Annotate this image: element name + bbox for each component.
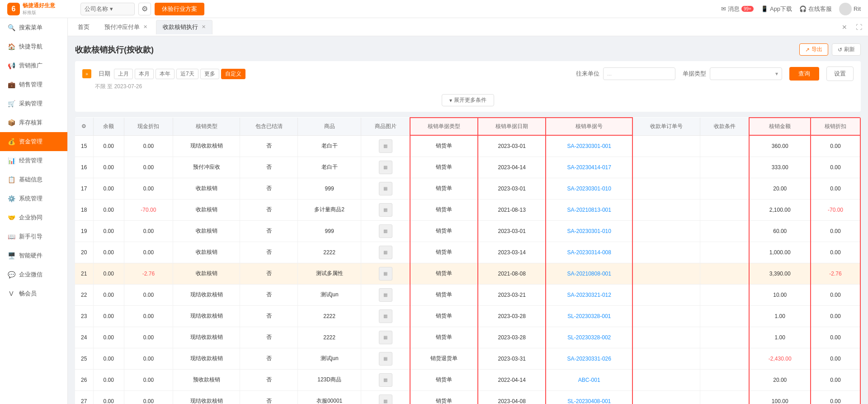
query-button[interactable]: 查询 <box>789 67 819 81</box>
writeoff-no-link[interactable]: SA-20230301-010 <box>567 228 611 234</box>
app-download-button[interactable]: 📱 App下载 <box>761 5 792 13</box>
sidebar-item-wechat[interactable]: 💬 企业微信 <box>0 265 67 284</box>
tab-close-all-button[interactable]: ✕ <box>839 22 850 33</box>
writeoff-no-link[interactable]: SL-20230328-002 <box>567 334 611 341</box>
cell-writeoff-no[interactable]: ABC-001 <box>546 369 632 390</box>
cell-receipt-order <box>632 263 700 284</box>
sidebar-item-member[interactable]: V 畅会员 <box>0 284 67 303</box>
writeoff-no-link[interactable]: SA-20230314-008 <box>567 249 611 256</box>
cell-writeoff-discount: 0.00 <box>811 305 860 327</box>
cell-writeoff-no[interactable]: SL-20230328-002 <box>546 327 632 348</box>
expand-more-button[interactable]: ▾ 展开更多条件 <box>442 94 494 106</box>
cell-cash-discount: 0.00 <box>124 390 173 404</box>
industry-button[interactable]: 休验行业方案 <box>155 3 204 15</box>
col-gear[interactable]: ⚙ <box>75 118 93 135</box>
cell-balance: 0.00 <box>93 157 124 178</box>
sidebar-item-marketing[interactable]: 📢 营销推广 <box>0 56 67 75</box>
home-icon: 🏠 <box>7 43 15 51</box>
date-btn-7days[interactable]: 近7天 <box>176 69 198 79</box>
cell-writeoff-no[interactable]: SA-20230414-017 <box>546 157 632 178</box>
sidebar-item-quick-nav[interactable]: 🏠 快捷导航 <box>0 37 67 56</box>
page-content: 收款核销执行(按收款) ↗ 导出 ↺ 刷新 » <box>68 36 868 404</box>
writeoff-no-link[interactable]: SL-20230328-001 <box>567 313 611 319</box>
sidebar-label-basic: 基础信息 <box>19 176 42 184</box>
table-row: 24 0.00 0.00 现结收款核销 否 2222 ▦ 销货单 2023-03… <box>75 327 860 348</box>
cell-type: 现结收款核销 <box>173 348 240 369</box>
tab-collection[interactable]: 收款核销执行 ✕ <box>156 20 212 34</box>
collapse-arrow-icon[interactable]: » <box>82 69 91 78</box>
date-btn-this-month[interactable]: 本月 <box>135 69 154 79</box>
date-btn-this-year[interactable]: 本年 <box>156 69 175 79</box>
tab-home[interactable]: 首页 <box>71 20 96 34</box>
writeoff-no-link[interactable]: SA-20230414-017 <box>567 164 611 171</box>
cell-goods: 测试多属性 <box>298 263 361 284</box>
col-receipt-cond: 收款条件 <box>700 118 749 135</box>
sidebar-item-inventory[interactable]: 📦 库存核算 <box>0 113 67 132</box>
col-goods: 商品 <box>298 118 361 135</box>
cell-writeoff-no[interactable]: SL-20230328-001 <box>546 305 632 327</box>
settings-button[interactable]: ⚙ <box>138 3 151 15</box>
refresh-button[interactable]: ↺ 刷新 <box>832 43 861 56</box>
writeoff-no-link[interactable]: SA-20210808-001 <box>567 271 611 277</box>
sidebar-item-system[interactable]: ⚙️ 系统管理 <box>0 189 67 208</box>
table-row: 22 0.00 0.00 现结收款核销 否 测试jun ▦ 销货单 2023-0… <box>75 284 860 305</box>
goods-image: ▦ <box>379 203 392 217</box>
writeoff-no-link[interactable]: SA-20230321-012 <box>567 292 611 298</box>
cell-receipt-order <box>632 327 700 348</box>
company-select[interactable]: 公司名称 ▾ <box>80 3 135 15</box>
cell-writeoff-no[interactable]: SA-20230321-012 <box>546 284 632 305</box>
cell-writeoff-date: 2021-08-08 <box>478 263 546 284</box>
doc-type-select[interactable]: ▾ <box>710 67 782 80</box>
sidebar-item-sales[interactable]: 💼 销售管理 <box>0 75 67 94</box>
sidebar-item-purchase[interactable]: 🛒 采购管理 <box>0 94 67 113</box>
cell-cash-discount: 0.00 <box>124 178 173 199</box>
party-input[interactable]: ... <box>603 67 675 80</box>
date-btn-custom[interactable]: 自定义 <box>221 69 245 79</box>
export-button[interactable]: ↗ 导出 <box>799 43 828 56</box>
cell-writeoff-no[interactable]: SA-20230314-008 <box>546 242 632 263</box>
writeoff-no-link[interactable]: ABC-001 <box>578 377 600 383</box>
cell-writeoff-no[interactable]: SA-20230331-026 <box>546 348 632 369</box>
cell-settled: 否 <box>240 135 298 157</box>
tab-prepay[interactable]: 预付冲应付单 ✕ <box>98 20 154 34</box>
party-filter-label: 往来单位 <box>576 70 599 78</box>
online-service-button[interactable]: 🎧 在线客服 <box>799 5 832 13</box>
goods-image: ▦ <box>379 139 392 153</box>
cell-writeoff-no[interactable]: SA-20230301-001 <box>546 135 632 157</box>
messages-button[interactable]: ✉ 消息 99+ <box>721 5 754 13</box>
cell-writeoff-no[interactable]: SA-20210808-001 <box>546 263 632 284</box>
sidebar-item-guide[interactable]: 📖 新手引导 <box>0 227 67 246</box>
sidebar-item-collab[interactable]: 🤝 企业协同 <box>0 208 67 227</box>
writeoff-no-link[interactable]: SA-20230301-010 <box>567 185 611 192</box>
sidebar-item-hardware[interactable]: 🖥️ 智能硬件 <box>0 246 67 265</box>
sidebar-item-search[interactable]: 🔍 搜索菜单 <box>0 18 67 37</box>
sidebar-item-operations[interactable]: 📊 经营管理 <box>0 151 67 170</box>
tab-prepay-close[interactable]: ✕ <box>143 24 147 30</box>
cell-writeoff-no[interactable]: SA-20230301-010 <box>546 178 632 199</box>
refresh-label: 刷新 <box>844 46 855 53</box>
writeoff-no-link[interactable]: SL-20230408-001 <box>567 398 611 404</box>
user-profile[interactable]: Rit <box>839 3 861 15</box>
cell-writeoff-no[interactable]: SA-20230301-010 <box>546 220 632 242</box>
goods-image: ▦ <box>379 267 392 280</box>
cell-no: 26 <box>75 369 93 390</box>
date-btn-more[interactable]: 更多 <box>200 69 219 79</box>
cell-writeoff-no[interactable]: SA-20210813-001 <box>546 199 632 220</box>
writeoff-no-link[interactable]: SA-20230331-026 <box>567 356 611 362</box>
writeoff-no-link[interactable]: SA-20230301-001 <box>567 143 611 149</box>
cell-writeoff-discount: 0.00 <box>811 242 860 263</box>
tab-collection-close[interactable]: ✕ <box>202 24 206 30</box>
cell-writeoff-no[interactable]: SL-20230408-001 <box>546 390 632 404</box>
tab-maximize-button[interactable]: ⛶ <box>854 22 864 33</box>
settings-button-filter[interactable]: 设置 <box>826 67 854 81</box>
cell-writeoff-date: 2023-03-01 <box>478 135 546 157</box>
date-btn-last-month[interactable]: 上月 <box>114 69 133 79</box>
writeoff-no-link[interactable]: SA-20210813-001 <box>567 207 611 213</box>
sidebar-label-guide: 新手引导 <box>19 233 42 241</box>
sidebar-item-basic[interactable]: 📋 基础信息 <box>0 170 67 189</box>
party-placeholder: ... <box>607 71 612 77</box>
sidebar-item-finance[interactable]: 💰 资金管理 <box>0 132 67 151</box>
cell-receipt-cond <box>700 305 749 327</box>
cell-goods-img: ▦ <box>361 178 410 199</box>
chart-icon: 📊 <box>7 157 15 165</box>
